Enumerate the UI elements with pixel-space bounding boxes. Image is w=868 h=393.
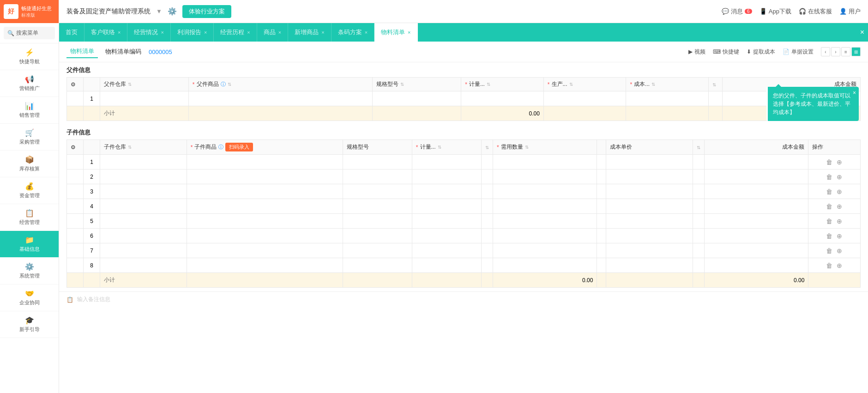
- sidebar-item-sales[interactable]: 📊 销售管理: [0, 97, 59, 124]
- child-spec-cell-5[interactable]: [343, 214, 412, 229]
- child-warehouse-cell-1[interactable]: [100, 155, 187, 169]
- copy-icon-8[interactable]: ⊕: [835, 261, 844, 270]
- tab-bom[interactable]: 物料清单 ×: [374, 23, 417, 42]
- copy-icon-7[interactable]: ⊕: [835, 247, 844, 255]
- expand-icon[interactable]: ⊞: [851, 47, 861, 56]
- sidebar-item-operations[interactable]: 📋 经营管理: [0, 204, 59, 231]
- shortcut-button[interactable]: ⌨ 快捷键: [713, 48, 739, 56]
- tab-customer[interactable]: 客户联络 ×: [84, 23, 127, 42]
- child-unit-cost-cell-4[interactable]: [606, 199, 693, 214]
- parent-production-cell[interactable]: [543, 91, 626, 106]
- tab-close-bom[interactable]: ×: [408, 30, 410, 35]
- delete-icon-6[interactable]: 🗑: [825, 232, 833, 240]
- child-req-qty-cell-6[interactable]: [493, 229, 597, 243]
- menu-icon[interactable]: ≡: [841, 47, 850, 56]
- delete-icon-4[interactable]: 🗑: [825, 202, 833, 211]
- child-req-qty-cell-1[interactable]: [493, 155, 597, 169]
- delete-icon-1[interactable]: 🗑: [825, 158, 833, 166]
- child-product-cell-2[interactable]: [187, 169, 343, 184]
- sidebar-item-purchase[interactable]: 🛒 采购管理: [0, 124, 59, 151]
- settings-icon[interactable]: ⚙️: [168, 7, 177, 16]
- delete-icon-8[interactable]: 🗑: [825, 261, 833, 270]
- copy-icon-5[interactable]: ⊕: [835, 217, 844, 225]
- tab-goods[interactable]: 商品 ×: [257, 23, 288, 42]
- child-product-cell-1[interactable]: [187, 155, 343, 169]
- settings-gear-icon[interactable]: ⚙: [71, 81, 76, 88]
- tab-close-all-icon[interactable]: ×: [860, 28, 864, 36]
- child-warehouse-cell-5[interactable]: [100, 214, 187, 229]
- tab-close-barcode[interactable]: ×: [365, 30, 368, 35]
- tab-operations[interactable]: 经营情况 ×: [127, 23, 170, 42]
- child-warehouse-cell-8[interactable]: [100, 258, 187, 273]
- view-button[interactable]: ▶ 视频: [688, 48, 705, 56]
- tab-close-profit[interactable]: ×: [204, 30, 207, 35]
- child-unit-cost-cell-2[interactable]: [606, 169, 693, 184]
- child-product-cell-7[interactable]: [187, 243, 343, 258]
- child-warehouse-cell-6[interactable]: [100, 229, 187, 243]
- tab-close-customer[interactable]: ×: [118, 30, 121, 35]
- child-product-cell-6[interactable]: [187, 229, 343, 243]
- dropdown-arrow-icon[interactable]: ▼: [156, 8, 162, 15]
- child-unit-cost-cell-8[interactable]: [606, 258, 693, 273]
- tab-profit[interactable]: 利润报告 ×: [171, 23, 214, 42]
- messages-button[interactable]: 💬 消息 6: [722, 7, 752, 16]
- tab-close-operations[interactable]: ×: [161, 30, 163, 35]
- scan-button[interactable]: 扫码录入: [225, 143, 253, 151]
- sidebar-item-guide[interactable]: 🎓 新手引导: [0, 311, 59, 338]
- child-product-cell-5[interactable]: [187, 214, 343, 229]
- tab-add-goods[interactable]: 新增商品 ×: [288, 23, 331, 42]
- child-spec-cell-8[interactable]: [343, 258, 412, 273]
- child-spec-cell-3[interactable]: [343, 184, 412, 199]
- parent-cost-cell[interactable]: [626, 91, 709, 106]
- delete-icon-3[interactable]: 🗑: [825, 187, 833, 196]
- tab-close-goods[interactable]: ×: [278, 30, 281, 35]
- delete-icon-7[interactable]: 🗑: [825, 247, 833, 255]
- prev-arrow[interactable]: ‹: [821, 47, 830, 56]
- child-unit-cell-4[interactable]: [412, 199, 481, 214]
- child-unit-cost-cell-7[interactable]: [606, 243, 693, 258]
- child-product-cell-4[interactable]: [187, 199, 343, 214]
- try-button[interactable]: 体验行业方案: [182, 5, 231, 18]
- sidebar-item-basic-info[interactable]: 📁 基础信息: [0, 231, 59, 258]
- child-req-qty-cell-8[interactable]: [493, 258, 597, 273]
- online-support-button[interactable]: 🎧 在线客服: [799, 7, 832, 16]
- sidebar-item-quick-nav[interactable]: ⚡ 快捷导航: [0, 43, 59, 70]
- child-warehouse-cell-3[interactable]: [100, 184, 187, 199]
- child-spec-cell-2[interactable]: [343, 169, 412, 184]
- child-unit-cost-cell-1[interactable]: [606, 155, 693, 169]
- tab-home[interactable]: 首页: [59, 23, 84, 42]
- child-unit-cell-3[interactable]: [412, 184, 481, 199]
- child-req-qty-cell-4[interactable]: [493, 199, 597, 214]
- child-product-cell-3[interactable]: [187, 184, 343, 199]
- sidebar-item-marketing[interactable]: 📢 营销推广: [0, 70, 59, 97]
- child-settings-gear-icon[interactable]: ⚙: [71, 144, 76, 151]
- sub-tab-bom[interactable]: 物料清单: [66, 45, 98, 58]
- child-product-info-icon[interactable]: ⓘ: [218, 144, 223, 151]
- sidebar-item-inventory[interactable]: 📦 库存核算: [0, 151, 59, 177]
- parent-spec-cell[interactable]: [373, 91, 461, 106]
- sidebar-item-system[interactable]: ⚙️ 系统管理: [0, 258, 59, 284]
- delete-icon-5[interactable]: 🗑: [825, 217, 833, 225]
- child-spec-cell-1[interactable]: [343, 155, 412, 169]
- child-warehouse-cell-7[interactable]: [100, 243, 187, 258]
- child-product-cell-8[interactable]: [187, 258, 343, 273]
- child-unit-cell-2[interactable]: [412, 169, 481, 184]
- child-spec-cell-6[interactable]: [343, 229, 412, 243]
- tab-barcode[interactable]: 条码方案 ×: [332, 23, 374, 42]
- child-spec-cell-7[interactable]: [343, 243, 412, 258]
- parent-warehouse-cell[interactable]: [100, 91, 189, 106]
- child-req-qty-cell-7[interactable]: [493, 243, 597, 258]
- child-unit-cell-5[interactable]: [412, 214, 481, 229]
- copy-icon-1[interactable]: ⊕: [835, 158, 844, 166]
- copy-icon-2[interactable]: ⊕: [835, 173, 844, 181]
- child-req-qty-cell-3[interactable]: [493, 184, 597, 199]
- delete-icon-2[interactable]: 🗑: [825, 173, 833, 181]
- parent-unit-cell[interactable]: [461, 91, 544, 106]
- tab-close-add-goods[interactable]: ×: [321, 30, 324, 35]
- child-unit-cell-7[interactable]: [412, 243, 481, 258]
- parent-product-cell[interactable]: [188, 91, 373, 106]
- tab-close-history[interactable]: ×: [247, 30, 250, 35]
- child-spec-cell-4[interactable]: [343, 199, 412, 214]
- child-warehouse-cell-2[interactable]: [100, 169, 187, 184]
- next-arrow[interactable]: ›: [831, 47, 840, 56]
